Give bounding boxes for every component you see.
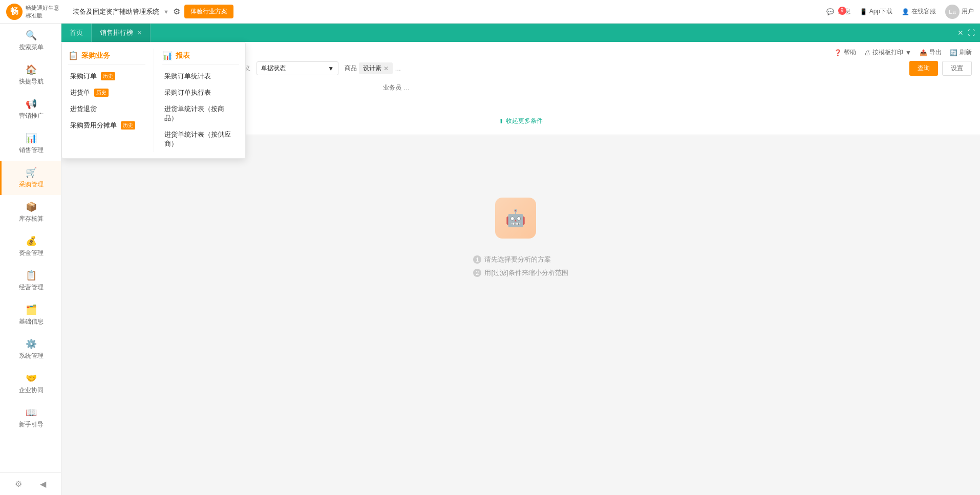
setting-btn[interactable]: 设置 bbox=[942, 61, 972, 76]
message-badge: 9 bbox=[838, 7, 846, 15]
guide-icon: 📖 bbox=[26, 407, 37, 418]
goods-tag-close[interactable]: ✕ bbox=[384, 65, 389, 72]
tab-controls: ✕ ⛶ bbox=[957, 24, 980, 42]
tab-home[interactable]: 首页 bbox=[61, 24, 92, 42]
empty-icon: 🤖 bbox=[495, 198, 546, 249]
sidebar-label-basic: 基础信息 bbox=[19, 317, 44, 326]
inventory-icon: 📦 bbox=[26, 201, 37, 212]
dropdown-item-expense[interactable]: 采购费用分摊单 历史 bbox=[68, 117, 145, 134]
sidebar-item-inventory[interactable]: 📦 库存核算 bbox=[0, 195, 61, 229]
help-item[interactable]: ❓ 帮助 bbox=[834, 48, 856, 57]
voucher-status-select[interactable]: 单据状态 ▼ bbox=[257, 61, 338, 75]
refresh-item[interactable]: 🔄 刷新 bbox=[950, 48, 972, 57]
app-download-label: App下载 bbox=[869, 7, 892, 16]
help-icon: ❓ bbox=[834, 49, 842, 56]
print-dropdown-icon: ▼ bbox=[905, 49, 911, 56]
sidebar-label-sales: 销售管理 bbox=[19, 146, 44, 155]
empty-hint-1: 1 请先选择要分析的方案 bbox=[473, 255, 568, 264]
logo-icon: 畅 bbox=[6, 4, 23, 20]
sidebar-label-system: 系统管理 bbox=[19, 352, 44, 360]
user-label: 用户 bbox=[962, 7, 974, 16]
sidebar-item-finance[interactable]: 💰 资金管理 bbox=[0, 229, 61, 264]
sidebar-label-search: 搜索菜单 bbox=[19, 43, 44, 52]
sidebar-label-guide: 新手引导 bbox=[19, 420, 44, 429]
tab-home-label: 首页 bbox=[70, 28, 83, 37]
empty-state: 🤖 1 请先选择要分析的方案 2 用[过滤]条件来缩小分析范围 bbox=[61, 135, 980, 340]
purchase-col-icon: 📋 bbox=[68, 51, 78, 60]
marketing-icon: 📢 bbox=[26, 98, 37, 110]
dropdown-item-purchase-exec[interactable]: 采购订单执行表 bbox=[162, 84, 240, 101]
sidebar-label-operation: 经营管理 bbox=[19, 283, 44, 292]
dropdown-item-return[interactable]: 进货退货 bbox=[68, 101, 145, 117]
dropdown-item-incoming[interactable]: 进货单 历史 bbox=[68, 84, 145, 101]
user-item[interactable]: Ea 用户 bbox=[945, 5, 974, 19]
collapse-sidebar-icon[interactable]: ◀ bbox=[40, 479, 46, 489]
export-item[interactable]: 📤 导出 bbox=[920, 48, 942, 57]
online-service-item[interactable]: 👤 在线客服 bbox=[902, 7, 936, 16]
sidebar-item-marketing[interactable]: 📢 营销推广 bbox=[0, 92, 61, 126]
logo-area: 畅 畅捷通好生意 标准版 bbox=[6, 4, 68, 20]
export-icon: 📤 bbox=[920, 49, 927, 56]
dropdown-divider bbox=[154, 49, 154, 152]
print-label: 按模板打印 bbox=[872, 48, 903, 57]
sales-icon: 📊 bbox=[26, 133, 37, 144]
query-btn[interactable]: 查询 bbox=[909, 61, 938, 76]
sidebar-item-quick[interactable]: 🏠 快捷导航 bbox=[0, 58, 61, 92]
settings-icon[interactable]: ⚙ bbox=[173, 7, 180, 16]
system-dropdown-icon[interactable]: ▼ bbox=[163, 9, 169, 15]
sidebar-item-enterprise[interactable]: 🤝 企业协同 bbox=[0, 367, 61, 401]
sidebar-item-guide[interactable]: 📖 新手引导 bbox=[0, 401, 61, 435]
basic-icon: 🗂️ bbox=[26, 304, 37, 315]
dropdown-item-purchase-stat[interactable]: 采购订单统计表 bbox=[162, 68, 240, 84]
print-item[interactable]: 🖨 按模板打印 ▼ bbox=[864, 48, 911, 57]
history-tag-2: 历史 bbox=[94, 89, 109, 97]
sidebar-item-operation[interactable]: 📋 经营管理 bbox=[0, 264, 61, 298]
app-download-item[interactable]: 📱 App下载 bbox=[860, 7, 892, 16]
tab-close-icon[interactable]: ✕ bbox=[957, 29, 964, 37]
message-item[interactable]: 💬 9 消息 bbox=[826, 7, 850, 16]
dropdown-item-incoming-stat-goods[interactable]: 进货单统计表（按商品） bbox=[162, 101, 240, 126]
tab-maximize-icon[interactable]: ⛶ bbox=[968, 29, 975, 37]
sidebar-label-quick: 快捷导航 bbox=[19, 77, 44, 86]
avatar: Ea bbox=[945, 5, 960, 19]
sidebar-item-system[interactable]: ⚙️ 系统管理 bbox=[0, 332, 61, 367]
dropdown-item-incoming-stat-supplier[interactable]: 进货单统计表（按供应商） bbox=[162, 126, 240, 152]
dropdown-purchase-title: 📋 采购业务 bbox=[68, 49, 145, 65]
dropdown-item-purchase-order[interactable]: 采购订单 历史 bbox=[68, 68, 145, 84]
topbar-center: 装备及固定资产辅助管理系统 ▼ ⚙ 体验行业方案 bbox=[68, 5, 826, 18]
sidebar-item-sales[interactable]: 📊 销售管理 bbox=[0, 126, 61, 161]
system-icon: ⚙️ bbox=[26, 338, 37, 350]
main-area: 首页 销售排行榜 ✕ ✕ ⛶ 📋 采购业务 bbox=[61, 24, 980, 495]
goods-label: 商品 bbox=[345, 64, 357, 73]
tab-sales-rank[interactable]: 销售排行榜 ✕ bbox=[92, 24, 151, 42]
dropdown-report-col: 📊 报表 采购订单统计表 采购订单执行表 进货单统计表（按商品） bbox=[156, 49, 246, 152]
tab-sales-rank-label: 销售排行榜 bbox=[100, 28, 133, 37]
operation-icon: 📋 bbox=[26, 270, 37, 281]
service-icon: 👤 bbox=[902, 8, 909, 15]
history-tag-1: 历史 bbox=[101, 72, 115, 80]
topbar: 畅 畅捷通好生意 标准版 装备及固定资产辅助管理系统 ▼ ⚙ 体验行业方案 💬 … bbox=[0, 0, 980, 24]
robot-illustration: 🤖 bbox=[495, 198, 536, 239]
hint-num-1: 1 bbox=[473, 255, 481, 264]
dropdown-purchase-col: 📋 采购业务 采购订单 历史 进货单 历史 进货退货 bbox=[62, 49, 152, 152]
sidebar-label-enterprise: 企业协同 bbox=[19, 386, 44, 395]
sidebar-label-inventory: 库存核算 bbox=[19, 214, 44, 223]
topbar-right: 💬 9 消息 📱 App下载 👤 在线客服 Ea 用户 bbox=[826, 5, 974, 19]
sidebar-item-basic[interactable]: 🗂️ 基础信息 bbox=[0, 298, 61, 332]
sidebar-item-search[interactable]: 🔍 搜索菜单 bbox=[0, 24, 61, 58]
phone-icon: 📱 bbox=[860, 8, 867, 15]
print-icon: 🖨 bbox=[864, 49, 870, 56]
goods-filter: 商品 设计素 ✕ … bbox=[345, 62, 401, 74]
tab-sales-rank-close[interactable]: ✕ bbox=[137, 30, 142, 36]
sidebar-label-marketing: 营销推广 bbox=[19, 112, 44, 120]
goods-tag: 设计素 ✕ bbox=[359, 62, 393, 74]
dropdown-report-title: 📊 报表 bbox=[162, 49, 240, 65]
export-label: 导出 bbox=[929, 48, 942, 57]
sidebar-item-purchase[interactable]: 🛒 采购管理 bbox=[0, 161, 61, 195]
goods-more[interactable]: … bbox=[395, 65, 401, 72]
settings-bottom-icon[interactable]: ⚙ bbox=[15, 479, 22, 489]
refresh-icon: 🔄 bbox=[950, 49, 957, 56]
industry-btn[interactable]: 体验行业方案 bbox=[184, 5, 233, 18]
enterprise-icon: 🤝 bbox=[26, 373, 37, 384]
salesman-more[interactable]: … bbox=[403, 84, 410, 92]
